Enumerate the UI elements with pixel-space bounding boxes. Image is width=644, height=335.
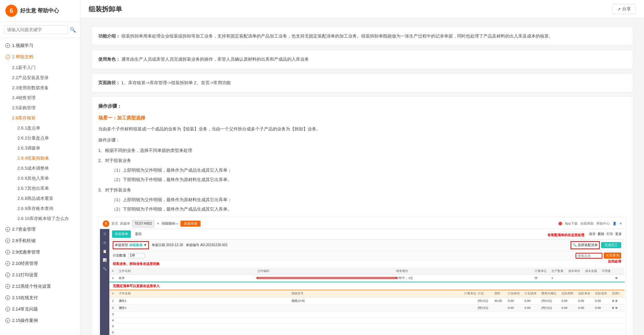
col-unit: 计量单位 xyxy=(535,268,551,274)
lrow1-index: 1 xyxy=(112,298,119,303)
choose-btn-highlighted[interactable]: 🔍 选择装配清单 xyxy=(571,241,600,249)
del-icon2[interactable]: ⊗ xyxy=(615,305,618,311)
lower-table-header: # 子件名称 规格型号 计量单位 计划 用料 计划单价 计划成本 费用分摊比 xyxy=(109,290,625,297)
lrow2-plan: (件)×(1) xyxy=(478,305,494,311)
sidebar-item-other-out[interactable]: 2.6.7其他出库单 xyxy=(0,183,80,193)
plus-icon-faq: + xyxy=(5,307,10,312)
lrow1-material: 30.00 xyxy=(494,298,508,303)
sidebar-item-ledger-query[interactable]: 2.6.9库存账本查询 xyxy=(0,204,80,214)
toolbar-more[interactable]: 更多 xyxy=(615,231,622,237)
app-tab-inactive[interactable]: 退回 xyxy=(132,230,144,238)
lower-table-row-1: 1 属性1 规格1(+8) (件)×(1) 30.00 0.00 0.00 (件… xyxy=(109,297,625,304)
role-label: 使用角色： xyxy=(98,57,120,62)
col-parent-name: 父件名称 xyxy=(119,268,257,274)
sidebar-item-online-pay[interactable]: + 2.13在线支付 xyxy=(0,292,80,303)
steps-intro: 操作步骤： xyxy=(98,136,626,144)
lrow2-name: 属性2 xyxy=(119,305,291,311)
content-area: 功能介绍： 组装拆卸单用来处理企业组装或拆卸等加工业务，支持有固定装配清单的产品… xyxy=(80,18,644,335)
sidebar-item-ledger-error[interactable]: 2.6.10库存账本错了怎么办 xyxy=(0,214,80,224)
logo-text: 好生意 帮助中心 xyxy=(20,7,59,14)
sidebar-item-video[interactable]: + 1.视频学习 xyxy=(0,40,80,51)
upper-table-row: 1 矣木 1件/个，1元 件 1 xyxy=(109,275,625,282)
plus-icon-personalize: + xyxy=(5,284,10,289)
app-topbar: 6 首页 新建单 TEST-H002 ▼ 同期期间— 新建单据 🔴 App下载 … xyxy=(100,219,625,229)
sidebar-item-install[interactable]: 2.2产品安装及登录 xyxy=(0,73,80,83)
sidebar-item-business[interactable]: + 2.10经营管理 xyxy=(0,258,80,269)
topbar-nav1: 首页 xyxy=(111,221,118,227)
app-tab-active[interactable]: 未组装单 xyxy=(112,230,131,238)
sidebar-item-prepare[interactable]: 2.3使用前数据准备 xyxy=(0,83,80,93)
date-value: 2019-12-26 xyxy=(166,242,183,248)
step3-2: （2）下部明细为子件明细，最终作为产成品生成其它入库单。 xyxy=(112,205,626,213)
upper-table: # 父件名称 父件编码 销售量价 计量单位 生产数量 成本单价 成本金额 可用量 xyxy=(109,268,625,282)
share-button[interactable]: ↗ 分享 xyxy=(612,4,636,14)
lcol-index: # xyxy=(112,291,119,296)
lcol-enable: 启用V xyxy=(612,291,622,296)
toolbar-print[interactable]: 打印 xyxy=(606,231,613,237)
sidebar-item-other-in[interactable]: 2.6.6其他入库单 xyxy=(0,173,80,183)
qty-input[interactable] xyxy=(128,253,145,258)
toolbar-save[interactable]: 保存 xyxy=(589,231,596,237)
row-action: ⊕ xyxy=(615,275,622,281)
sidebar-item-coupon[interactable]: + 2.9优惠券管理 xyxy=(0,246,80,258)
app-icon: App下载 xyxy=(565,221,578,227)
share-icon: ↗ xyxy=(617,7,621,12)
main-area: 组装拆卸单 ↗ 分享 功能介绍： 组装拆卸单用来处理企业组装或拆卸等加工业务，支… xyxy=(80,0,644,335)
sidebar-item-cases[interactable]: + 2.15操作案例 xyxy=(0,315,80,326)
scene1-label: 场景一：加工类型选择 xyxy=(98,114,626,122)
app-logo-small: 6 xyxy=(103,220,109,227)
app-form-row2: 计划数量 关联查询 启用处理 xyxy=(109,251,625,260)
path-label: 页面路径： xyxy=(98,80,120,85)
sidebar-item-mobile[interactable]: + 2.8手机旺铺 xyxy=(0,235,80,246)
col-prod-qty: 生产数量 xyxy=(551,268,568,274)
sidebar-item-assemble[interactable]: 2.6.4组装拆卸单 xyxy=(0,153,80,163)
sidebar-item-newbie[interactable]: 2.1新手入门 xyxy=(0,63,80,73)
new-record-btn[interactable]: 新建单据 xyxy=(180,221,201,227)
sidebar-item-purchase[interactable]: 2.5采购管理 xyxy=(0,103,80,113)
sidebar-item-stock-count2[interactable]: 2.6.2分量盘点单 xyxy=(0,133,80,143)
row-parent-name: 矣木 xyxy=(119,275,257,281)
search-input[interactable] xyxy=(4,25,68,34)
lcol-material: 用料 xyxy=(494,291,508,296)
sidebar-item-cost-recalc[interactable]: 2.6.8商品成本重算 xyxy=(0,193,80,204)
plus-icon-mobile: + xyxy=(5,238,10,243)
sidebar-item-sales[interactable]: 2.4销售管理 xyxy=(0,93,80,103)
lrow1-actions: ⊕ ⊗ xyxy=(612,298,622,303)
sidebar-icon1: ☰ xyxy=(103,231,106,237)
sidebar-item-docs[interactable]: − 2.帮助文档 xyxy=(0,51,80,63)
lrow1-plan: (件)×(1) xyxy=(478,298,494,303)
row-sales-price: 1件/个，1元 xyxy=(397,275,535,281)
sidebar-item-adjust[interactable]: 2.6.3调拨单 xyxy=(0,143,80,153)
lower-table-row-3: 3 xyxy=(109,312,625,318)
lrow2-actual-cost: 0.00 xyxy=(595,305,612,311)
del-icon[interactable]: ⊗ xyxy=(615,298,618,303)
sidebar-item-print[interactable]: + 2.11打印设置 xyxy=(0,269,80,281)
col-cost-price: 成本单价 xyxy=(568,268,585,274)
sidebar-item-finance[interactable]: + 2.7资金管理 xyxy=(0,224,80,235)
user-icon: 👤 xyxy=(612,221,616,227)
logo-icon: 6 xyxy=(5,5,17,17)
search-button[interactable]: 🔍 xyxy=(70,27,76,33)
sidebar-item-inventory[interactable]: 2.6库存核算 xyxy=(0,113,80,123)
lcol-unit: 计量单位 xyxy=(464,291,478,296)
search-box: 🔍 xyxy=(0,22,80,38)
lrow2-actual-material: 0.00 xyxy=(561,305,578,311)
lcol-child-name: 子件名称 xyxy=(119,291,291,296)
page-title: 组装拆卸单 xyxy=(89,5,122,14)
lcol-plan-price: 计划单价 xyxy=(508,291,525,296)
lower-table-row-6: 6 xyxy=(109,330,625,335)
sidebar-item-personalize[interactable]: + 2.12系统个性化设置 xyxy=(0,281,80,292)
sidebar-item-faq[interactable]: + 2.14常见问题 xyxy=(0,303,80,315)
confirm-btn[interactable]: 完成完工 xyxy=(601,242,621,248)
toolbar-delete[interactable]: 删除 xyxy=(598,231,604,237)
copy-icon[interactable]: ⊕ xyxy=(612,298,614,303)
copy-icon2[interactable]: ⊕ xyxy=(612,305,614,311)
sidebar-item-cost-adjust[interactable]: 2.6.5成本调整单 xyxy=(0,163,80,173)
steps-block: 操作步骤： 场景一：加工类型选择 当由多个子件材料组装成一个成品的业务为【组装】… xyxy=(91,96,633,335)
step2-2: （2）下部明细为子件明细，最终作为原材料生成其它出库单。 xyxy=(112,176,626,183)
search-product-btn[interactable]: 关联查询 xyxy=(604,253,621,259)
product-search-input[interactable] xyxy=(576,253,602,259)
lcol-actual-cost: 实际成本 xyxy=(595,291,612,296)
sidebar-item-stock-count[interactable]: 2.6.1盘点单 xyxy=(0,123,80,133)
annotation-bom: 有装配清单的在这里处理 xyxy=(547,232,584,238)
